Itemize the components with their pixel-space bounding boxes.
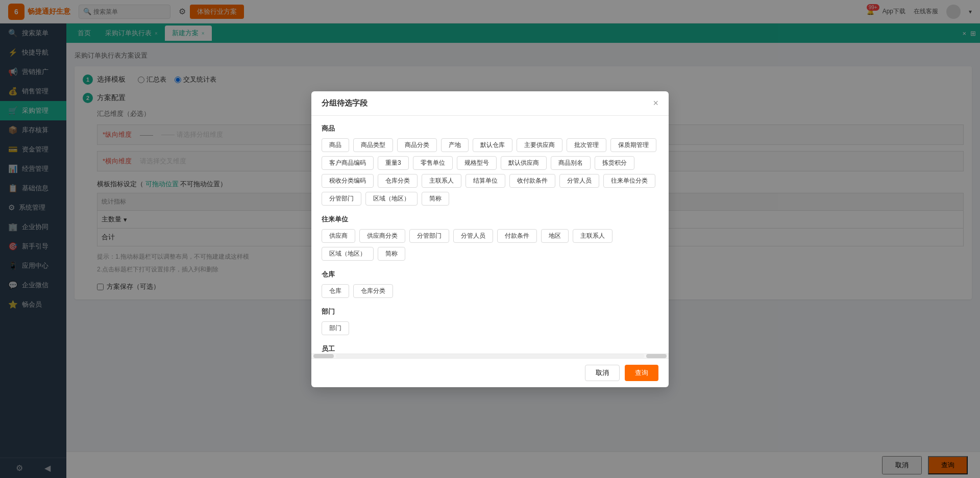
field-tag[interactable]: 区域（地区） <box>365 192 418 206</box>
field-tag[interactable]: 付款条件 <box>497 229 537 243</box>
field-tag[interactable]: 仓库 <box>322 284 349 298</box>
section-title-dept: 部门 <box>322 307 658 316</box>
field-tag[interactable]: 默认仓库 <box>473 138 512 152</box>
field-select-modal: 分组待选字段 × 商品 商品 商品类型 商品分类 产地 默认仓库 主要供应商 批… <box>311 91 669 387</box>
field-tag[interactable]: 商品类型 <box>353 138 393 152</box>
field-tags-partner: 供应商 供应商分类 分管部门 分管人员 付款条件 地区 主联系人 区域（地区） … <box>322 229 658 261</box>
field-tag[interactable]: 分管部门 <box>409 229 449 243</box>
field-tag[interactable]: 零售单位 <box>413 156 453 170</box>
modal-body: 商品 商品 商品类型 商品分类 产地 默认仓库 主要供应商 批次管理 保质期管理… <box>311 116 669 354</box>
field-tag[interactable]: 客户商品编码 <box>322 156 374 170</box>
modal-title: 分组待选字段 <box>322 98 368 108</box>
field-tag[interactable]: 简称 <box>422 192 449 206</box>
section-title-goods: 商品 <box>322 124 658 133</box>
modal-overlay: 分组待选字段 × 商品 商品 商品类型 商品分类 产地 默认仓库 主要供应商 批… <box>0 0 980 478</box>
modal-footer: 取消 查询 <box>311 358 669 387</box>
field-tag[interactable]: 规格型号 <box>457 156 497 170</box>
field-tag[interactable]: 仓库分类 <box>378 174 418 188</box>
field-tag[interactable]: 收付款条件 <box>509 174 555 188</box>
hscroll-track <box>336 354 644 358</box>
field-tag[interactable]: 主联系人 <box>573 229 612 243</box>
field-tag[interactable]: 商品别名 <box>551 156 591 170</box>
cancel-button[interactable]: 取消 <box>585 365 620 381</box>
field-tag[interactable]: 税收分类编码 <box>322 174 374 188</box>
field-tag[interactable]: 地区 <box>541 229 569 243</box>
field-tag[interactable]: 商品分类 <box>397 138 437 152</box>
field-tag[interactable]: 简称 <box>378 247 405 261</box>
modal-close-btn[interactable]: × <box>653 98 658 108</box>
field-tag[interactable]: 主要供应商 <box>517 138 562 152</box>
field-tag[interactable]: 批次管理 <box>567 138 606 152</box>
field-tags-warehouse: 仓库 仓库分类 <box>322 284 658 298</box>
field-tags-dept: 部门 <box>322 321 658 335</box>
field-tag[interactable]: 商品 <box>322 138 349 152</box>
field-tag[interactable]: 分管人员 <box>559 174 599 188</box>
modal-hscroll <box>311 354 669 358</box>
field-section-partner: 往来单位 供应商 供应商分类 分管部门 分管人员 付款条件 地区 主联系人 区域… <box>322 215 658 261</box>
field-tag[interactable]: 拣货积分 <box>595 156 634 170</box>
modal-header: 分组待选字段 × <box>311 91 669 116</box>
field-tag[interactable]: 分管部门 <box>322 192 361 206</box>
field-tag[interactable]: 结算单位 <box>465 174 505 188</box>
field-tag[interactable]: 区域（地区） <box>322 247 374 261</box>
field-tag[interactable]: 往来单位分类 <box>603 174 655 188</box>
section-title-warehouse: 仓库 <box>322 270 658 279</box>
field-section-warehouse: 仓库 仓库 仓库分类 <box>322 270 658 298</box>
field-section-dept: 部门 部门 <box>322 307 658 335</box>
field-tag[interactable]: 仓库分类 <box>353 284 393 298</box>
field-tag[interactable]: 部门 <box>322 321 349 335</box>
section-title-partner: 往来单位 <box>322 215 658 224</box>
field-tag[interactable]: 保质期管理 <box>610 138 656 152</box>
field-tag[interactable]: 默认供应商 <box>501 156 547 170</box>
hscroll-right-arrow[interactable] <box>646 354 667 358</box>
field-tag[interactable]: 主联系人 <box>422 174 461 188</box>
field-section-staff: 员工 业务员 <box>322 344 658 354</box>
confirm-button[interactable]: 查询 <box>625 365 658 381</box>
field-tag[interactable]: 供应商 <box>322 229 355 243</box>
field-tags-goods: 商品 商品类型 商品分类 产地 默认仓库 主要供应商 批次管理 保质期管理 客户… <box>322 138 658 206</box>
field-tag[interactable]: 产地 <box>441 138 469 152</box>
field-section-goods: 商品 商品 商品类型 商品分类 产地 默认仓库 主要供应商 批次管理 保质期管理… <box>322 124 658 206</box>
field-tag[interactable]: 供应商分类 <box>359 229 405 243</box>
section-title-staff: 员工 <box>322 344 658 354</box>
field-tag[interactable]: 重量3 <box>378 156 409 170</box>
field-tag[interactable]: 分管人员 <box>453 229 493 243</box>
hscroll-left-arrow[interactable] <box>313 354 334 358</box>
